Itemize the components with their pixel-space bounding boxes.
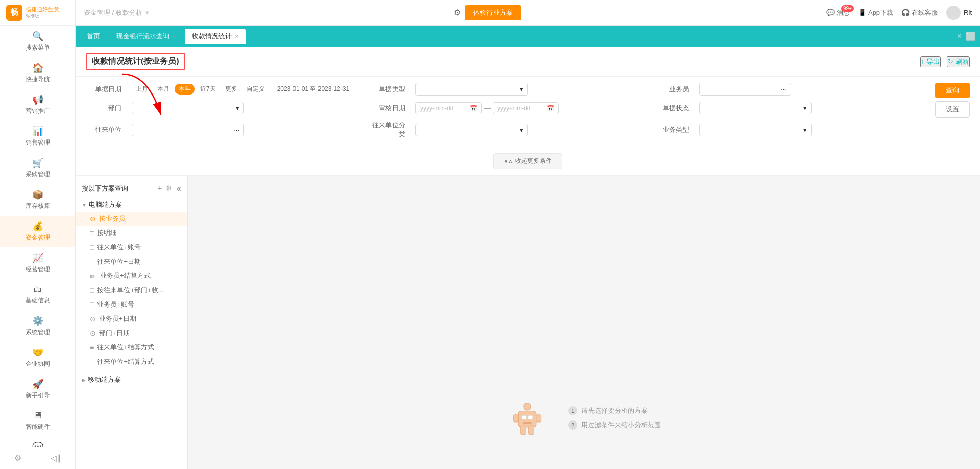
sidebar-item-inventory[interactable]: 📦 库存核算 <box>0 184 75 216</box>
svg-rect-3 <box>523 422 532 424</box>
panel-settings-button[interactable]: ⚙ <box>166 184 173 193</box>
scheme-item-detail[interactable]: ≡ 按明细 <box>76 226 187 240</box>
set-button[interactable]: 设置 <box>935 101 970 118</box>
scheme-item-partner-account[interactable]: □ 往来单位+账号 <box>76 240 187 254</box>
scheme-item-partner-date[interactable]: □ 往来单位+日期 <box>76 254 187 269</box>
scheme-item-partner-settle1[interactable]: ≡ 往来单位+结算方式 <box>76 340 187 355</box>
date-tab-more[interactable]: 更多 <box>221 84 241 95</box>
refresh-icon: ↻ <box>948 58 953 65</box>
tab-home[interactable]: 首页 <box>80 29 107 44</box>
review-date-to[interactable]: yyyy-mm-dd 📅 <box>493 102 559 114</box>
sidebar-item-baseinfo[interactable]: 🗂 基础信息 <box>0 279 75 310</box>
partner-select[interactable]: ··· <box>132 124 244 136</box>
page-title: 收款情况统计(按业务员) <box>92 57 179 65</box>
category-label: 单据类型 <box>370 85 405 94</box>
sidebar-item-sales[interactable]: 📊 销售管理 <box>0 121 75 152</box>
app-download-button[interactable]: 📱 App下载 <box>858 8 893 17</box>
user-info: Rit <box>946 6 972 20</box>
message-icon: 💬 <box>826 9 835 16</box>
sidebar-collapse-btn[interactable]: ◁∥ <box>51 453 61 463</box>
scheme-item-partner-dept[interactable]: □ 按往来单位+部门+收... <box>76 283 187 297</box>
tab-receipt-label: 收款情况统计 <box>192 32 232 41</box>
partner-category-label: 往来单位分类 <box>370 121 405 139</box>
scheme-item-salesperson-account[interactable]: □ 业务员+账号 <box>76 297 187 312</box>
review-date-from[interactable]: yyyy-mm-dd 📅 <box>415 102 482 114</box>
date-range-display: 2023-01-01 至 2023-12-31 <box>277 85 349 93</box>
quicknav-icon: 🏠 <box>32 62 43 74</box>
svg-rect-7 <box>529 426 534 435</box>
business-type-select[interactable]: ▾ <box>699 124 812 136</box>
group-label: 电脑端方案 <box>89 200 122 209</box>
export-button[interactable]: ↑ 导出 <box>920 56 941 67</box>
trial-button[interactable]: 体验行业方案 <box>465 5 521 20</box>
scheme-item-salesperson-date[interactable]: ⊙ 业务员+日期 <box>76 312 187 326</box>
date-tab-this-year[interactable]: 本年 <box>175 84 195 95</box>
breadcrumb-chevron: ▾ <box>145 9 149 16</box>
guide-icon: 🚀 <box>32 379 43 390</box>
sidebar-item-quicknav[interactable]: 🏠 快捷导航 <box>0 57 75 89</box>
sidebar-item-hardware[interactable]: 🖥 智能硬件 <box>0 405 75 436</box>
scheme-item-salesperson[interactable]: ⊙ 按业务员 <box>76 212 187 226</box>
dept-chevron: ▾ <box>236 104 239 112</box>
date-tab-custom[interactable]: 自定义 <box>242 84 269 95</box>
sidebar-item-finance[interactable]: 💰 资金管理 <box>0 216 75 247</box>
scheme-item-dept-date[interactable]: ⊙ 部门+日期 <box>76 326 187 340</box>
scheme-icon-salesperson: ⊙ <box>90 215 96 223</box>
sidebar-item-system[interactable]: ⚙️ 系统管理 <box>0 310 75 342</box>
svg-rect-5 <box>536 415 541 422</box>
app-logo-icon: 畅 <box>6 5 22 21</box>
dept-select[interactable]: ▾ <box>132 102 244 114</box>
sidebar-item-search[interactable]: 🔍 搜索菜单 <box>0 26 75 57</box>
scheme-group-desktop[interactable]: ▼ 电脑端方案 <box>76 198 187 212</box>
export-icon: ↑ <box>921 58 925 65</box>
scheme-icon-partner-dept: □ <box>90 286 94 294</box>
scheme-item-salesperson-settle[interactable]: ㎜ 业务员+结算方式 <box>76 269 187 283</box>
scheme-icon-partner-settle2: □ <box>90 358 94 366</box>
dept-label: 部门 <box>86 104 121 113</box>
partner-category-select[interactable]: ▾ <box>415 124 528 136</box>
sidebar-item-enterprise[interactable]: 🤝 企业协同 <box>0 342 75 373</box>
page-title-box: 收款情况统计(按业务员) <box>86 53 185 70</box>
sidebar-item-wechat[interactable]: 💬 企业微信 <box>0 436 75 447</box>
sidebar-settings-btn[interactable]: ⚙ <box>14 453 21 463</box>
date-tab-7days[interactable]: 近7天 <box>196 84 220 95</box>
scheme-icon-salesperson-account: □ <box>90 300 94 309</box>
sidebar-item-guide[interactable]: 🚀 新手引导 <box>0 373 75 405</box>
tab-receipt[interactable]: 收款情况统计 × <box>185 29 245 44</box>
date-tab-this-month[interactable]: 本月 <box>153 84 174 95</box>
panel-add-button[interactable]: + <box>158 184 162 193</box>
scheme-group-mobile[interactable]: ▶ 移动端方案 <box>76 373 187 386</box>
finance-icon: 💰 <box>32 221 43 232</box>
enterprise-icon: 🤝 <box>32 347 43 358</box>
search-icon: 🔍 <box>32 31 43 42</box>
online-service-button[interactable]: 🎧 在线客服 <box>901 8 938 17</box>
refresh-button[interactable]: ↻ 刷新 <box>947 56 970 67</box>
system-icon: ⚙️ <box>32 315 43 326</box>
message-button[interactable]: 💬 消息 99+ <box>826 8 850 17</box>
status-select[interactable]: ▾ <box>699 102 812 114</box>
salesperson-select[interactable]: ··· <box>699 83 791 96</box>
svg-rect-6 <box>521 426 526 435</box>
category-select[interactable]: ▾ <box>415 83 528 96</box>
svg-rect-2 <box>528 416 533 419</box>
service-icon: 🎧 <box>901 9 910 16</box>
tab-receipt-close[interactable]: × <box>235 33 238 39</box>
salesperson-label: 业务员 <box>653 85 689 94</box>
date-tab-last-month[interactable]: 上月 <box>132 84 152 95</box>
query-button[interactable]: 查询 <box>935 83 970 98</box>
sidebar-item-purchase[interactable]: 🛒 采购管理 <box>0 152 75 184</box>
tab-bank-close[interactable]: × <box>173 33 176 39</box>
window-close-btn[interactable]: × <box>957 32 962 41</box>
settings-icon[interactable]: ⚙ <box>454 8 461 17</box>
sidebar-item-marketing[interactable]: 📢 营销推广 <box>0 89 75 121</box>
hint-text-2: 用过滤条件来缩小分析范围 <box>581 420 661 430</box>
panel-collapse-button[interactable]: « <box>177 184 181 193</box>
scheme-item-partner-settle2[interactable]: □ 往来单位+结算方式 <box>76 355 187 369</box>
scheme-icon-salesperson-settle: ㎜ <box>90 271 97 280</box>
review-date-label: 审核日期 <box>370 104 405 113</box>
sidebar-item-operations[interactable]: 📈 经营管理 <box>0 247 75 279</box>
collapse-filter-button[interactable]: ∧∧ 收起更多条件 <box>493 153 562 169</box>
hint-num-1: 1 <box>568 406 577 415</box>
tab-bank[interactable]: 现金银行流水查询 × <box>109 29 183 44</box>
window-maximize-btn[interactable]: ⬜ <box>966 32 976 41</box>
